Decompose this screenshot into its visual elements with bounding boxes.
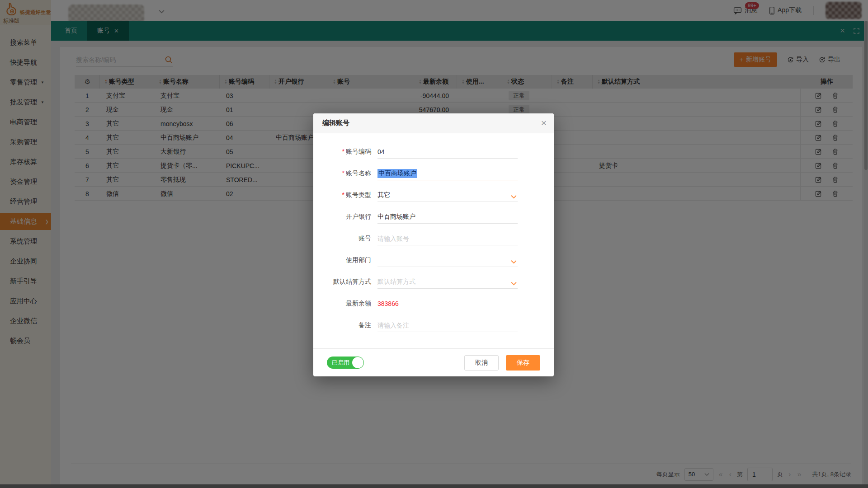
field-code: *账号编码 04 <box>313 145 554 159</box>
account-number-input[interactable] <box>377 232 518 245</box>
edit-account-modal: 编辑账号 × *账号编码 04 *账号名称 中百商场账户 *账号类型 其它 开户… <box>313 113 554 376</box>
enabled-toggle[interactable]: 已启用 <box>327 357 364 369</box>
modal-title: 编辑账号 <box>322 119 349 127</box>
field-settle: 默认结算方式 默认结算方式 <box>313 275 554 289</box>
remark-input[interactable] <box>377 319 518 332</box>
toggle-knob-icon <box>352 357 363 368</box>
field-name: *账号名称 中百商场账户 <box>313 167 554 180</box>
field-remark: 备注 <box>313 319 554 332</box>
field-type: *账号类型 其它 <box>313 188 554 202</box>
cancel-button[interactable]: 取消 <box>464 355 499 371</box>
chevron-down-icon <box>511 258 517 265</box>
save-button[interactable]: 保存 <box>506 355 540 371</box>
required-mark: * <box>342 148 344 155</box>
field-account: 账号 <box>313 232 554 245</box>
modal-footer: 已启用 取消 保存 <box>313 348 554 376</box>
field-bank: 开户银行 中百商场账户 <box>313 210 554 224</box>
dept-select[interactable] <box>377 253 518 267</box>
chevron-down-icon <box>511 280 517 287</box>
type-select[interactable]: 其它 <box>377 188 518 202</box>
field-dept: 使用部门 <box>313 253 554 267</box>
field-balance: 最新余额 383866 <box>313 297 554 310</box>
close-icon[interactable]: × <box>541 117 547 128</box>
bank-input[interactable]: 中百商场账户 <box>377 210 518 224</box>
balance-value: 383866 <box>377 297 518 310</box>
selected-text: 中百商场账户 <box>377 169 417 178</box>
modal-header: 编辑账号 × <box>313 113 554 133</box>
code-input[interactable]: 04 <box>377 145 518 159</box>
required-mark: * <box>342 191 344 198</box>
required-mark: * <box>342 169 344 177</box>
chevron-down-icon <box>511 193 517 200</box>
settle-select[interactable]: 默认结算方式 <box>377 275 518 289</box>
name-input[interactable]: 中百商场账户 <box>377 167 518 180</box>
